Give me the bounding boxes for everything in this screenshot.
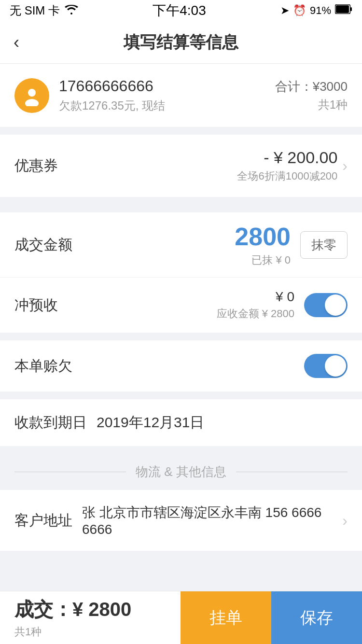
prepay-value: ¥ 0 [217, 289, 294, 305]
address-chevron-icon: › [342, 512, 348, 530]
save-button[interactable]: 保存 [271, 591, 362, 644]
customer-debt: 欠款1276.35元, 现结 [59, 98, 165, 113]
amount-row: 成交金额 2800 已抹 ¥ 0 抹零 [0, 212, 362, 277]
divider-line-right [236, 472, 348, 472]
amount-sub: 已抹 ¥ 0 [235, 253, 291, 267]
customer-left: 17666666666 欠款1276.35元, 现结 [14, 77, 165, 113]
coupon-info: - ¥ 200.00 全场6折满1000减200 [237, 148, 337, 183]
customer-info: 17666666666 欠款1276.35元, 现结 [59, 77, 165, 113]
footer-total: 成交：¥ 2800 [14, 596, 166, 623]
battery-percent: 91% [310, 4, 331, 17]
coupon-amount: - ¥ 200.00 [237, 148, 337, 167]
section-divider: 物流 & 其他信息 [0, 454, 362, 490]
status-left: 无 SIM 卡 [10, 3, 78, 18]
coupon-label: 优惠券 [14, 156, 58, 176]
amount-right: 2800 已抹 ¥ 0 抹零 [235, 222, 348, 267]
svg-rect-1 [336, 5, 349, 13]
debt-label: 本单赊欠 [14, 356, 72, 376]
round-button[interactable]: 抹零 [300, 231, 348, 259]
svg-point-3 [28, 89, 36, 97]
due-date-value: 2019年12月31日 [97, 413, 204, 433]
svg-point-4 [25, 99, 39, 106]
page-title: 填写结算等信息 [124, 31, 238, 54]
hang-order-button[interactable]: 挂单 [181, 591, 271, 644]
prepay-right: ¥ 0 应收金额 ¥ 2800 [217, 289, 348, 321]
wifi-icon [65, 4, 78, 17]
footer: 成交：¥ 2800 共1种 挂单 保存 [0, 591, 362, 644]
footer-count: 共1种 [14, 625, 166, 639]
total-count: 共1种 [275, 97, 348, 112]
address-label: 客户地址 [14, 511, 72, 531]
divider-1 [0, 205, 362, 212]
debt-row: 本单赊欠 [0, 340, 362, 392]
location-icon: ➤ [280, 4, 289, 17]
amount-info: 2800 已抹 ¥ 0 [235, 222, 291, 267]
debt-toggle-knob [325, 355, 346, 377]
chevron-right-icon: › [342, 157, 348, 175]
footer-info: 成交：¥ 2800 共1种 [0, 596, 181, 639]
amount-label: 成交金额 [14, 235, 72, 255]
customer-card: 17666666666 欠款1276.35元, 现结 合计：¥3000 共1种 [0, 64, 362, 127]
customer-phone: 17666666666 [59, 77, 165, 95]
customer-right: 合计：¥3000 共1种 [275, 78, 348, 112]
prepay-row: 冲预收 ¥ 0 应收金额 ¥ 2800 [0, 277, 362, 333]
footer-transaction-value: ¥ 2800 [72, 599, 131, 620]
prepay-toggle[interactable] [304, 293, 348, 317]
nav-bar: ‹ 填写结算等信息 [0, 21, 362, 64]
coupon-row[interactable]: 优惠券 - ¥ 200.00 全场6折满1000减200 › [0, 135, 362, 197]
prepay-amount: ¥ 0 应收金额 ¥ 2800 [217, 289, 294, 321]
address-row[interactable]: 客户地址 张 北京市市辖区海淀区永丰南 156 6666 6666 › [0, 490, 362, 551]
amount-value: 2800 [235, 222, 291, 251]
content: 17666666666 欠款1276.35元, 现结 合计：¥3000 共1种 … [0, 64, 362, 609]
debt-toggle[interactable] [304, 354, 348, 378]
battery-icon [335, 4, 352, 17]
status-bar: 无 SIM 卡 下午4:03 ➤ ⏰ 91% [0, 0, 362, 21]
coupon-right: - ¥ 200.00 全场6折满1000减200 › [237, 148, 348, 183]
toggle-knob [325, 294, 346, 316]
due-date-label: 收款到期日 [14, 413, 87, 433]
coupon-desc: 全场6折满1000减200 [237, 169, 337, 183]
divider-2 [0, 333, 362, 340]
svg-rect-2 [350, 7, 352, 11]
total-label: 合计：¥3000 [275, 78, 348, 95]
prepay-sub: 应收金额 ¥ 2800 [217, 307, 294, 321]
footer-transaction-label: 成交： [14, 599, 72, 620]
section-divider-text: 物流 & 其他信息 [136, 463, 226, 480]
status-time: 下午4:03 [153, 1, 206, 20]
divider-line-left [14, 472, 126, 472]
address-value: 张 北京市市辖区海淀区永丰南 156 6666 6666 [82, 504, 342, 537]
back-button[interactable]: ‹ [14, 32, 19, 53]
alarm-icon: ⏰ [293, 4, 306, 17]
prepay-label: 冲预收 [14, 295, 58, 315]
status-right: ➤ ⏰ 91% [280, 4, 352, 17]
due-date-row: 收款到期日 2019年12月31日 [0, 399, 362, 446]
avatar [14, 78, 49, 113]
sim-text: 无 SIM 卡 [10, 3, 60, 18]
